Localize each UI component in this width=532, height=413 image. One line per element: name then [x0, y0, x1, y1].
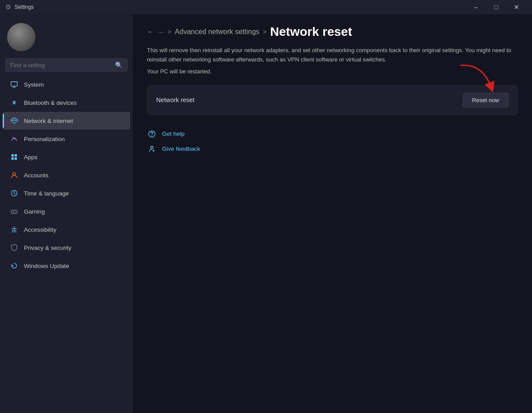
breadcrumb-sep1: > [168, 28, 171, 35]
help-links: Get help Give feedback [147, 129, 518, 154]
svg-point-9 [14, 226, 15, 228]
sidebar-nav: System Bluetooth & devices [0, 75, 133, 275]
network-reset-card: Network reset Reset now [147, 85, 518, 115]
page-title: Network reset [270, 25, 352, 39]
system-icon [10, 80, 19, 89]
sidebar-item-accessibility[interactable]: Accessibility [3, 221, 130, 238]
sidebar-item-accounts-label: Accounts [24, 172, 49, 179]
minimize-button[interactable]: – [466, 0, 486, 14]
sidebar-item-apps[interactable]: Apps [3, 148, 130, 166]
sidebar-item-accessibility-label: Accessibility [24, 226, 57, 233]
give-feedback-label: Give feedback [162, 145, 200, 152]
bluetooth-icon [10, 98, 19, 107]
breadcrumb-sep2: > [263, 28, 266, 35]
time-icon [10, 189, 19, 198]
get-help-link[interactable]: Get help [147, 129, 518, 139]
sidebar-item-system[interactable]: System [3, 76, 130, 93]
main-content: ← ··· > Advanced network settings > Netw… [133, 14, 532, 413]
network-reset-label: Network reset [156, 96, 194, 103]
svg-rect-5 [15, 157, 17, 160]
sidebar-item-personalization[interactable]: Personalization [3, 130, 130, 148]
breadcrumb-advanced-link[interactable]: Advanced network settings [175, 28, 259, 36]
search-container: 🔍 [0, 58, 133, 75]
get-help-icon [147, 129, 157, 139]
search-icon: 🔍 [115, 61, 123, 69]
sidebar-item-privacy[interactable]: Privacy & security [3, 239, 130, 256]
svg-rect-3 [15, 154, 17, 157]
gaming-icon [10, 207, 19, 216]
network-icon [10, 116, 19, 125]
sidebar-item-bluetooth[interactable]: Bluetooth & devices [3, 94, 130, 111]
search-box[interactable]: 🔍 [5, 58, 127, 72]
personalization-icon [10, 134, 19, 143]
arrow-container: Network reset Reset now [147, 85, 518, 115]
svg-point-12 [151, 135, 152, 136]
sidebar-item-apps-label: Apps [24, 154, 38, 161]
maximize-button[interactable]: □ [486, 0, 506, 14]
svg-rect-2 [12, 154, 14, 157]
sidebar-item-update-label: Windows Update [24, 263, 69, 269]
svg-point-1 [14, 123, 15, 124]
titlebar-left: ⚙ Settings [5, 3, 34, 11]
sidebar-item-system-label: System [24, 81, 44, 88]
sidebar-item-bluetooth-label: Bluetooth & devices [24, 99, 77, 106]
sidebar: 🔍 System [0, 14, 133, 413]
sidebar-item-network[interactable]: Network & internet [3, 112, 130, 130]
accessibility-icon [10, 225, 19, 234]
breadcrumb-dots: ··· [158, 28, 164, 35]
sidebar-item-privacy-label: Privacy & security [24, 245, 71, 251]
avatar [7, 23, 35, 51]
sidebar-item-network-label: Network & internet [24, 118, 73, 124]
sidebar-item-gaming[interactable]: Gaming [3, 203, 130, 220]
settings-icon: ⚙ [5, 3, 11, 11]
titlebar-title: Settings [15, 4, 34, 10]
close-button[interactable]: ✕ [506, 0, 527, 14]
avatar-area [0, 14, 133, 58]
get-help-label: Get help [162, 130, 185, 137]
sidebar-item-time[interactable]: Time & language [3, 184, 130, 202]
back-button[interactable]: ← [147, 28, 154, 36]
svg-point-6 [13, 172, 15, 175]
update-icon [10, 261, 19, 270]
sidebar-item-personalization-label: Personalization [24, 136, 65, 142]
svg-rect-0 [11, 82, 17, 86]
titlebar-controls: – □ ✕ [466, 0, 527, 14]
search-input[interactable] [10, 62, 112, 69]
give-feedback-icon [147, 144, 157, 154]
svg-rect-4 [12, 157, 14, 160]
svg-point-13 [150, 146, 153, 148]
sidebar-item-accounts[interactable]: Accounts [3, 166, 130, 184]
give-feedback-link[interactable]: Give feedback [147, 144, 518, 154]
app-body: 🔍 System [0, 14, 532, 413]
svg-rect-8 [11, 210, 17, 213]
accounts-icon [10, 171, 19, 180]
avatar-image [7, 23, 35, 51]
privacy-icon [10, 243, 19, 252]
page-description: This will remove then reinstall all your… [147, 46, 518, 65]
page-note: Your PC will be restarted. [147, 68, 518, 75]
apps-icon [10, 153, 19, 161]
breadcrumb: ← ··· > Advanced network settings > Netw… [147, 25, 518, 39]
sidebar-item-gaming-label: Gaming [24, 208, 45, 215]
titlebar: ⚙ Settings – □ ✕ [0, 0, 532, 14]
sidebar-item-update[interactable]: Windows Update [3, 257, 130, 275]
sidebar-item-time-label: Time & language [24, 190, 69, 197]
reset-now-button[interactable]: Reset now [463, 93, 509, 107]
